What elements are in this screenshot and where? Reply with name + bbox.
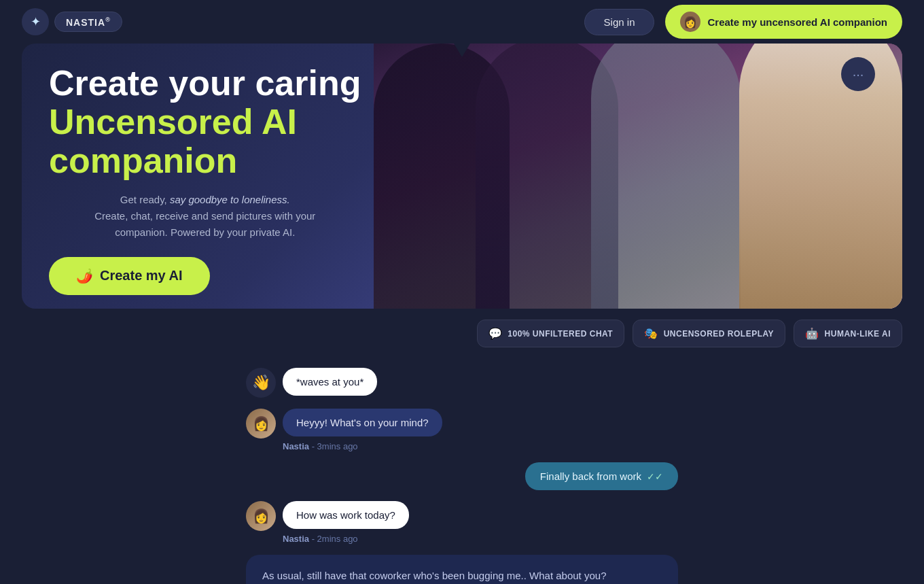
chat-bubble-reply2: How was work today?: [283, 501, 409, 529]
hero-images: [374, 44, 902, 309]
navbar: ✦ NASTIA® Sign in 👩 Create my uncensored…: [0, 0, 924, 44]
feature-humanlike: 🤖 HUMAN-LIKE AI: [794, 320, 902, 347]
cta-nav-button[interactable]: 👩 Create my uncensored AI companion: [665, 5, 902, 39]
chat-message-nastia-2: 👩 How was work today?: [246, 501, 678, 531]
create-ai-button[interactable]: 🌶️ Create my AI: [49, 257, 210, 295]
chat-section: 👋 *waves at you* 👩 Heyyy! What's on your…: [224, 347, 700, 584]
logo[interactable]: ✦ NASTIA®: [22, 8, 122, 35]
chili-icon: 🌶️: [76, 268, 93, 284]
chat-bubble-long: As usual, still have that coworker who's…: [246, 555, 678, 584]
feature-unfiltered: 💬 100% UNFILTERED CHAT: [477, 320, 624, 347]
hero-title-line2: Uncensored AI: [49, 103, 361, 141]
hero-subtitle: Get ready, say goodbye to loneliness. Cr…: [49, 192, 361, 241]
chat-row-2: 👩 Heyyy! What's on your mind? Nastia - 3…: [246, 409, 678, 451]
robot-icon: 🤖: [805, 327, 819, 340]
hero-bg: [374, 44, 902, 309]
feature-roleplay: 🎭 UNCENSORED ROLEPLAY: [633, 320, 785, 347]
chat-row-1: 👋 *waves at you*: [246, 368, 678, 398]
hero-section: Create your caring Uncensored AI compani…: [22, 44, 902, 309]
chat-bubble-reply1: Heyyy! What's on your mind?: [283, 409, 442, 436]
chat-row-3: Finally back from work ✓✓: [246, 462, 678, 490]
read-receipt-1: ✓✓: [647, 471, 663, 482]
hero-content: Create your caring Uncensored AI compani…: [49, 64, 361, 295]
hero-chat-bubble: ···: [841, 57, 875, 91]
hero-title-line3: companion: [49, 141, 361, 180]
roleplay-icon: 🎭: [644, 327, 658, 340]
sign-in-button[interactable]: Sign in: [584, 9, 655, 35]
wave-icon: 👋: [246, 368, 276, 398]
logo-icon: ✦: [22, 8, 49, 35]
logo-badge: NASTIA®: [54, 12, 122, 33]
chat-bubble-wave: *waves at you*: [283, 368, 377, 396]
chat-meta-2: Nastia - 2mins ago: [246, 534, 678, 544]
chat-bubble-user1: Finally back from work ✓✓: [525, 462, 678, 490]
features-row: 💬 100% UNFILTERED CHAT 🎭 UNCENSORED ROLE…: [0, 309, 924, 347]
hero-title-line1: Create your caring: [49, 64, 361, 103]
chat-row-4: 👩 How was work today? Nastia - 2mins ago: [246, 501, 678, 544]
nastia-avatar-2: 👩: [246, 501, 276, 531]
chat-bubble-icon: 💬: [488, 327, 503, 340]
nastia-avatar-1: 👩: [246, 409, 276, 439]
v-decoration: [442, 44, 482, 57]
chat-meta-1: Nastia - 3mins ago: [246, 441, 678, 451]
nav-right: Sign in 👩 Create my uncensored AI compan…: [584, 5, 902, 39]
avatar: 👩: [680, 12, 700, 32]
chat-message-nastia-1: 👩 Heyyy! What's on your mind?: [246, 409, 678, 439]
